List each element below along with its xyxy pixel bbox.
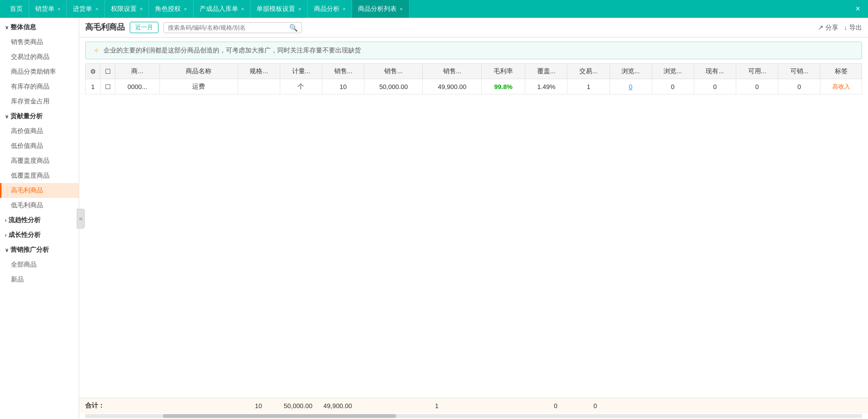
th-tag[interactable]: 标签 [820, 64, 862, 79]
sidebar-group-marketing[interactable]: ∨ 营销推广分析 [0, 242, 79, 257]
td-gross-margin: 99.8% [481, 79, 525, 94]
td-transactions: 1 [567, 79, 610, 94]
info-text: 企业的主要的利润都是这部分商品创造的，可考虑加大推广，同时关注库存量不要出现缺货 [103, 46, 361, 55]
th-sales-qty[interactable]: 销售... [322, 64, 364, 79]
sidebar-group-contribution[interactable]: ∨ 贡献量分析 [0, 109, 79, 124]
tab-product-analysis[interactable]: 商品分析 × [308, 0, 352, 18]
share-button[interactable]: ↗ 分享 [818, 23, 838, 32]
expand-arrow-growth: › [5, 233, 6, 238]
footer-cell-sales-cost: 49,900.00 [318, 402, 357, 410]
close-tab-product-analysis[interactable]: × [343, 6, 346, 12]
td-browse1[interactable]: 0 [610, 79, 652, 94]
th-code[interactable]: 商... [115, 64, 160, 79]
search-icon: 🔍 [289, 24, 298, 32]
td-sales-amount: 50,000.00 [364, 79, 423, 94]
th-settings[interactable]: ⚙ [86, 64, 101, 79]
th-spec[interactable]: 规格... [238, 64, 280, 79]
footer-cell-sales-qty: 10 [239, 402, 278, 410]
search-box[interactable]: 🔍 [163, 22, 302, 33]
content-header: 高毛利商品 近一月 🔍 ↗ 分享 ↓ 导出 [79, 18, 868, 38]
sidebar-item-high-value[interactable]: 高价值商品 [0, 124, 79, 139]
td-checkbox[interactable]: ☐ [101, 79, 115, 94]
td-coverage: 1.49% [525, 79, 567, 94]
search-input[interactable] [168, 24, 289, 31]
export-icon: ↓ [844, 24, 848, 31]
data-table: ⚙ ☐ 商... 商品名称 规格... [85, 63, 862, 94]
period-filter-button[interactable]: 近一月 [130, 22, 158, 33]
th-unit[interactable]: 计量... [280, 64, 322, 79]
th-name[interactable]: 商品名称 [159, 64, 238, 79]
close-tab-product-analysis-list[interactable]: × [400, 6, 403, 12]
sidebar-group-growth[interactable]: › 成长性分析 [0, 228, 79, 242]
horizontal-scrollbar[interactable] [85, 414, 862, 418]
sidebar-group-trend[interactable]: › 流趋性分析 [0, 213, 79, 228]
sidebar-item-sales-goods[interactable]: 销售类商品 [0, 35, 79, 49]
close-tab-permission-settings[interactable]: × [140, 6, 143, 12]
td-index: 1 [86, 79, 101, 94]
footer-cell-transactions: 1 [417, 402, 457, 410]
sidebar-item-high-coverage[interactable]: 高覆盖度商品 [0, 153, 79, 168]
th-saleable-stock[interactable]: 可销... [778, 64, 820, 79]
sidebar-item-stock-capital[interactable]: 库存资金占用 [0, 94, 79, 109]
th-browse2[interactable]: 浏览... [652, 64, 694, 79]
table-row: 1 ☐ 0000... 运费 个 10 50,000.00 49,900.00 … [86, 79, 862, 94]
sidebar-collapse-button[interactable]: « [77, 209, 85, 229]
sidebar-item-low-value[interactable]: 低价值商品 [0, 139, 79, 153]
sidebar-item-all-goods[interactable]: 全部商品 [0, 257, 79, 272]
tab-template-settings[interactable]: 单据模板设置 × [251, 0, 307, 18]
export-button[interactable]: ↓ 导出 [844, 23, 863, 32]
share-icon: ↗ [818, 24, 823, 31]
tab-home[interactable]: 首页 [4, 0, 29, 18]
tab-permission-settings[interactable]: 权限设置 × [105, 0, 149, 18]
footer-total: 合计： 10 50,000.00 49,900.00 1 0 0 [79, 398, 868, 413]
td-unit: 个 [280, 79, 322, 94]
total-label: 合计： [85, 401, 115, 410]
tab-role-auth[interactable]: 角色授权 × [149, 0, 193, 18]
footer-cell-empty1 [115, 402, 239, 410]
close-tab-product-inbound[interactable]: × [241, 6, 244, 12]
sidebar: ∨ 整体信息 销售类商品 交易过的商品 商品分类助销率 有库存的商品 库存资金占… [0, 18, 79, 419]
th-gross-margin[interactable]: 毛利率 [481, 64, 525, 79]
th-available-stock[interactable]: 可用... [736, 64, 778, 79]
close-tab-template-settings[interactable]: × [298, 6, 301, 12]
info-icon: ✧ [94, 47, 100, 54]
top-navigation: 首页 销货单 × 进货单 × 权限设置 × 角色授权 × 产成品入库单 × 单据… [0, 0, 868, 18]
td-available-stock: 0 [736, 79, 778, 94]
sidebar-item-high-margin[interactable]: 高毛利商品 [0, 183, 79, 198]
sidebar-item-low-coverage[interactable]: 低覆盖度商品 [0, 168, 79, 183]
sidebar-group-overall[interactable]: ∨ 整体信息 [0, 20, 79, 35]
expand-arrow-trend: › [5, 218, 6, 223]
tab-sales-order[interactable]: 销货单 × [29, 0, 67, 18]
sidebar-item-new-goods[interactable]: 新品 [0, 272, 79, 287]
th-sales-cost[interactable]: 销售... [423, 64, 481, 79]
sidebar-item-in-stock-goods[interactable]: 有库存的商品 [0, 79, 79, 94]
sidebar-item-category-assist-rate[interactable]: 商品分类助销率 [0, 64, 79, 79]
tab-purchase-order[interactable]: 进货单 × [67, 0, 104, 18]
info-banner: ✧ 企业的主要的利润都是这部分商品创造的，可考虑加大推广，同时关注库存量不要出现… [85, 42, 862, 59]
scrollbar-thumb[interactable] [163, 414, 396, 418]
th-current-stock[interactable]: 现有... [694, 64, 736, 79]
th-browse1[interactable]: 浏览... [610, 64, 652, 79]
th-coverage[interactable]: 覆盖... [525, 64, 567, 79]
th-checkbox[interactable]: ☐ [101, 64, 115, 79]
page-title: 高毛利商品 [85, 22, 125, 33]
td-spec [238, 79, 280, 94]
td-browse2: 0 [652, 79, 694, 94]
th-transactions[interactable]: 交易... [567, 64, 610, 79]
header-actions: ↗ 分享 ↓ 导出 [818, 23, 863, 32]
td-sales-qty: 10 [322, 79, 364, 94]
td-saleable-stock: 0 [778, 79, 820, 94]
tab-product-analysis-list[interactable]: 商品分析列表 × [352, 0, 409, 18]
footer-cells: 10 50,000.00 49,900.00 1 0 0 [115, 402, 862, 410]
table-wrapper: ⚙ ☐ 商... 商品名称 规格... [79, 63, 868, 398]
sidebar-item-low-margin[interactable]: 低毛利商品 [0, 198, 79, 213]
expand-arrow-contribution: ∨ [5, 114, 8, 119]
close-tab-role-auth[interactable]: × [184, 6, 187, 12]
td-current-stock: 0 [694, 79, 736, 94]
window-close-button[interactable]: × [852, 4, 864, 13]
close-tab-purchase-order[interactable]: × [95, 6, 98, 12]
tab-product-inbound[interactable]: 产成品入库单 × [194, 0, 251, 18]
close-tab-sales-order[interactable]: × [57, 6, 60, 12]
sidebar-item-traded-goods[interactable]: 交易过的商品 [0, 49, 79, 64]
th-sales-amount[interactable]: 销售... [364, 64, 423, 79]
